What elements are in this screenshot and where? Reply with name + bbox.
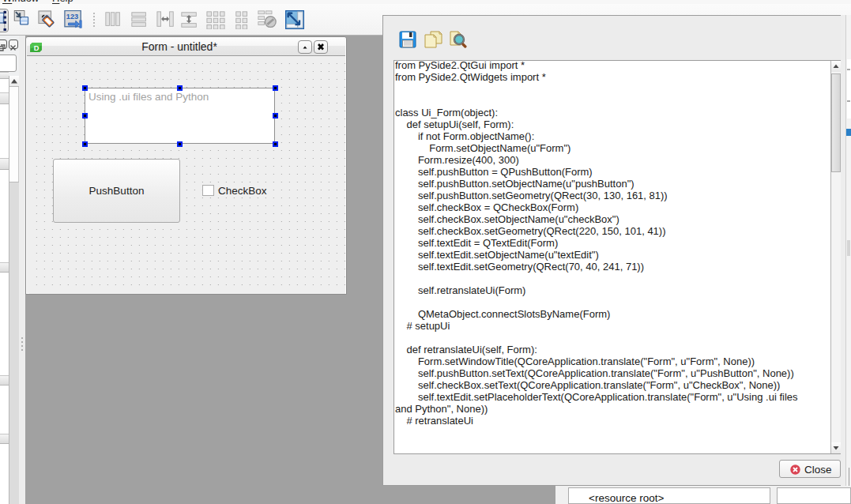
svg-text:123: 123 xyxy=(66,13,78,21)
